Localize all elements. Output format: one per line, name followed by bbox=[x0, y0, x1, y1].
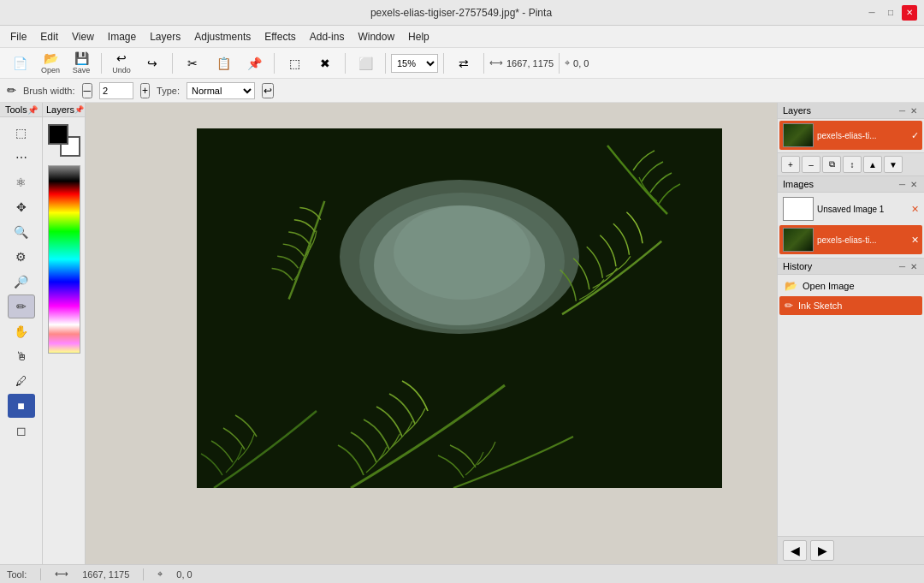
menu-item-help[interactable]: Help bbox=[401, 29, 436, 45]
history-item-ink[interactable]: ✏ Ink Sketch bbox=[779, 296, 922, 315]
fg-bg-color-selector[interactable] bbox=[48, 124, 80, 157]
images-close-button[interactable]: ✕ bbox=[909, 180, 919, 189]
menu-item-view[interactable]: View bbox=[65, 29, 101, 45]
canvas-wrapper bbox=[197, 128, 722, 488]
history-section-header: History ─ ✕ bbox=[778, 259, 924, 275]
images-minus-button[interactable]: ─ bbox=[897, 180, 907, 189]
save-button[interactable]: 💾 Save bbox=[67, 51, 96, 76]
layers-down-button[interactable]: ▼ bbox=[884, 156, 903, 173]
menu-item-adjustments[interactable]: Adjustments bbox=[187, 29, 258, 45]
redo-button[interactable]: ↪ bbox=[138, 51, 167, 76]
layers-add-button[interactable]: + bbox=[781, 156, 800, 173]
brush-width-decrease-button[interactable]: ─ bbox=[82, 83, 93, 98]
layers-up-button[interactable]: ▲ bbox=[863, 156, 882, 173]
layers-section: Layers ─ ✕ pexels-elias-ti... ✓ + – ⧉ bbox=[778, 103, 924, 176]
layers-toolbar: + – ⧉ ↕ ▲ ▼ bbox=[778, 152, 924, 175]
image-close-pexels[interactable]: ✕ bbox=[911, 235, 919, 246]
menu-item-add-ins[interactable]: Add-ins bbox=[303, 29, 352, 45]
menu-item-image[interactable]: Image bbox=[101, 29, 143, 45]
history-minus-button[interactable]: ─ bbox=[897, 262, 907, 271]
undo-button[interactable]: ↩ Undo bbox=[107, 51, 136, 76]
layers-close-button[interactable]: ✕ bbox=[909, 106, 919, 116]
color-picker-tool[interactable]: ■ bbox=[8, 394, 35, 418]
history-item-open[interactable]: 📂 Open Image bbox=[779, 277, 922, 295]
type-label: Type: bbox=[157, 86, 180, 96]
lasso-select-tool[interactable]: ⋯ bbox=[8, 146, 35, 170]
right-panel: Layers ─ ✕ pexels-elias-ti... ✓ + – ⧉ bbox=[777, 103, 924, 564]
status-dims-icon: ⟷ bbox=[55, 568, 68, 580]
image-close-unsaved[interactable]: ✕ bbox=[911, 204, 919, 215]
canvas-image[interactable] bbox=[197, 128, 722, 488]
resize-icon: ⬜ bbox=[358, 57, 373, 70]
images-section-header: Images ─ ✕ bbox=[778, 176, 924, 193]
minimize-button[interactable]: ─ bbox=[864, 5, 880, 21]
selection-tool-button[interactable]: ⬚ bbox=[280, 51, 309, 76]
new-button[interactable]: 📄 bbox=[5, 51, 34, 76]
layers-delete-button[interactable]: – bbox=[802, 156, 820, 173]
history-toolbar: ◀ ▶ bbox=[778, 536, 924, 564]
canvas-area[interactable] bbox=[86, 103, 777, 564]
main-area: Tools 📌 ⬚ ⋯ ⚛ ✥ 🔍 ⚙ 🔎 ✏ ✋ 🖱 🖊 bbox=[0, 103, 924, 564]
image-dimensions-label: ⟷ bbox=[489, 57, 503, 68]
color-gradient-bar[interactable] bbox=[48, 165, 80, 354]
open-button[interactable]: 📂 Open bbox=[36, 51, 65, 76]
menu-bar: FileEditViewImageLayersAdjustmentsEffect… bbox=[0, 26, 924, 48]
recolor-tool[interactable]: 🖊 bbox=[8, 369, 35, 393]
flip-button[interactable]: ⇄ bbox=[449, 51, 478, 76]
layers-minus-button[interactable]: ─ bbox=[897, 106, 907, 116]
separator bbox=[345, 53, 346, 74]
pencil-tool[interactable]: ✏ bbox=[8, 294, 35, 318]
deselect-button[interactable]: ✖ bbox=[311, 51, 340, 76]
cut-button[interactable]: ✂ bbox=[178, 51, 207, 76]
menu-item-file[interactable]: File bbox=[3, 29, 33, 45]
magic-wand-tool[interactable]: ⚛ bbox=[8, 170, 35, 194]
history-redo-button[interactable]: ▶ bbox=[810, 540, 834, 561]
maximize-button[interactable]: □ bbox=[883, 5, 898, 21]
image-thumbnail-unsaved bbox=[783, 197, 814, 221]
undo-icon: ↩ bbox=[116, 51, 127, 65]
title-bar: pexels-elias-tigiser-2757549.jpg* - Pint… bbox=[0, 0, 924, 26]
history-close-button[interactable]: ✕ bbox=[909, 262, 919, 271]
brush-type-select[interactable]: Normal Ink Calligraphy Rectangle Ellipse bbox=[187, 82, 255, 99]
menu-item-window[interactable]: Window bbox=[351, 29, 401, 45]
rotate-tool[interactable]: ⚙ bbox=[8, 245, 35, 269]
layer-visibility-check[interactable]: ✓ bbox=[911, 130, 919, 141]
image-item-unsaved[interactable]: Unsaved Image 1 ✕ bbox=[779, 194, 922, 223]
paste-button[interactable]: 📌 bbox=[240, 51, 269, 76]
eraser-tool[interactable]: ◻ bbox=[8, 419, 35, 443]
layer-item[interactable]: pexels-elias-ti... ✓ bbox=[779, 121, 922, 150]
resize-button[interactable]: ⬜ bbox=[351, 51, 380, 76]
copy-button[interactable]: 📋 bbox=[209, 51, 238, 76]
status-cursor-pos: 0, 0 bbox=[176, 569, 192, 580]
layers-merge-button[interactable]: ↕ bbox=[843, 156, 862, 173]
cursor-position: 0, 0 bbox=[573, 58, 589, 68]
curve-tool-button[interactable]: ↩ bbox=[262, 83, 274, 98]
rectangle-select-tool[interactable]: ⬚ bbox=[8, 121, 35, 145]
layers-list: pexels-elias-ti... ✓ bbox=[778, 119, 924, 152]
image-item-pexels[interactable]: pexels-elias-ti... ✕ bbox=[779, 225, 922, 254]
move-tool[interactable]: ✥ bbox=[8, 195, 35, 219]
layers-duplicate-button[interactable]: ⧉ bbox=[822, 156, 841, 173]
pan-tool[interactable]: ✋ bbox=[8, 319, 35, 343]
open-label: Open bbox=[41, 66, 60, 74]
foreground-color-swatch[interactable] bbox=[48, 124, 68, 145]
menu-item-edit[interactable]: Edit bbox=[33, 29, 65, 45]
save-icon: 💾 bbox=[74, 51, 89, 65]
brush-width-increase-button[interactable]: + bbox=[140, 83, 150, 98]
menu-item-effects[interactable]: Effects bbox=[258, 29, 302, 45]
separator bbox=[172, 53, 173, 74]
menu-item-layers[interactable]: Layers bbox=[143, 29, 187, 45]
layer-thumbnail bbox=[783, 123, 814, 147]
zoom-select[interactable]: 5%10%15%25%50%75%100%150%200% bbox=[391, 54, 438, 73]
layer-name: pexels-elias-ti... bbox=[817, 131, 908, 140]
zoom-tool[interactable]: 🔍 bbox=[8, 220, 35, 244]
status-dimensions: 1667, 1175 bbox=[82, 569, 129, 580]
zoom-out-tool[interactable]: 🔎 bbox=[8, 270, 35, 294]
brush-width-input[interactable] bbox=[99, 82, 133, 99]
close-button[interactable]: ✕ bbox=[902, 5, 917, 21]
open-icon: 📂 bbox=[44, 51, 58, 65]
clone-stamp-tool[interactable]: 🖱 bbox=[8, 344, 35, 368]
history-undo-button[interactable]: ◀ bbox=[783, 540, 807, 561]
redo-icon: ↪ bbox=[147, 57, 157, 70]
flip-icon: ⇄ bbox=[459, 57, 469, 70]
